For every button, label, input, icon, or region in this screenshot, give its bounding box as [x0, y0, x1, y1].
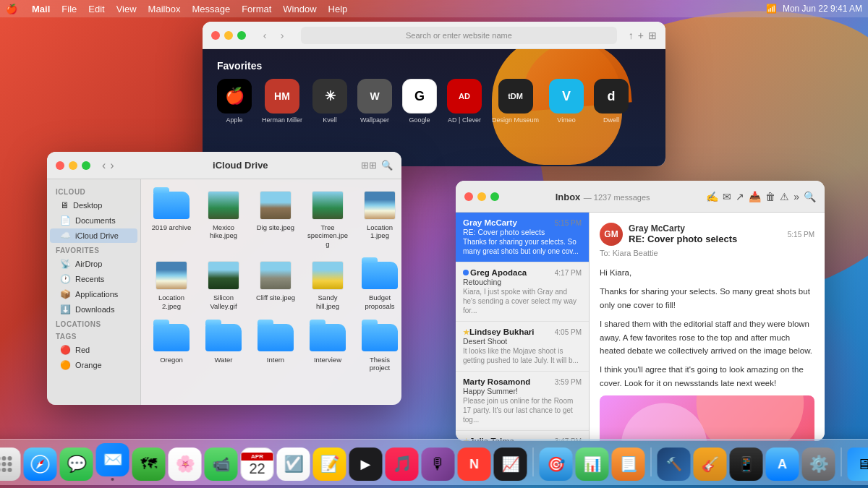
finder-item-thesis-project[interactable]: Thesis project: [357, 319, 401, 375]
menubar-edit[interactable]: Edit: [88, 4, 104, 14]
mail-reply-icon[interactable]: ✉: [723, 191, 731, 202]
menubar-app[interactable]: Mail: [32, 4, 50, 14]
mail-minimize-button[interactable]: [477, 192, 486, 201]
dock-xcode[interactable]: 🔨: [658, 448, 691, 481]
safari-newtab-icon[interactable]: +: [638, 30, 644, 41]
dock-desktop-folder[interactable]: 🖥: [848, 448, 869, 481]
safari-fav-designmuseum[interactable]: tDM Design Museum: [492, 79, 539, 124]
dock-news[interactable]: N: [458, 448, 491, 481]
finder-close-button[interactable]: [56, 161, 64, 170]
mail-item-lindsey-bukhari[interactable]: ★Lindsey Bukhari 4:05 PM Desert Shoot It…: [456, 322, 589, 372]
sidebar-item-recents[interactable]: 🕐 Recents: [50, 272, 137, 286]
dock-keynote[interactable]: 🎯: [540, 448, 573, 481]
finder-item-dig-site[interactable]: Dig site.jpeg: [252, 187, 299, 251]
dock-music[interactable]: 🎵: [386, 448, 419, 481]
dock-safari[interactable]: [24, 448, 57, 481]
finder-back-button[interactable]: ‹: [102, 159, 106, 172]
safari-fav-adclever[interactable]: AD AD | Clever: [447, 79, 482, 124]
dock-simulator[interactable]: 📱: [730, 448, 763, 481]
sidebar-item-documents[interactable]: 📄 Documents: [50, 213, 137, 228]
finder-item-oregon[interactable]: Oregon: [148, 319, 195, 375]
safari-minimize-button[interactable]: [224, 31, 233, 40]
menubar-help[interactable]: Help: [328, 4, 348, 14]
finder-item-cliff-site[interactable]: Cliff site.jpeg: [252, 257, 299, 313]
finder-item-2019-archive[interactable]: 2019 archive: [148, 187, 195, 251]
menubar-view[interactable]: View: [116, 4, 137, 14]
menubar-file[interactable]: File: [61, 4, 77, 14]
safari-close-button[interactable]: [211, 31, 220, 40]
sidebar-item-airdrop[interactable]: 📡 AirDrop: [50, 257, 137, 271]
dock-appstore[interactable]: A: [766, 448, 799, 481]
safari-fav-vimeo[interactable]: V Vimeo: [549, 79, 584, 124]
dock-photos[interactable]: 🌸: [169, 448, 202, 481]
mail-trash-icon[interactable]: 🗑: [765, 191, 775, 202]
safari-forward-button[interactable]: ›: [275, 28, 289, 43]
finder-item-water[interactable]: Water: [200, 319, 247, 375]
dock-calendar[interactable]: APR 22: [241, 448, 274, 481]
sidebar-item-desktop[interactable]: 🖥 Desktop: [50, 198, 137, 213]
mail-item-marty-rosamond[interactable]: Marty Rosamond 3:59 PM Happy Summer! Ple…: [456, 372, 589, 431]
finder-maximize-button[interactable]: [82, 161, 90, 170]
safari-maximize-button[interactable]: [237, 31, 246, 40]
finder-item-budget-proposals[interactable]: Budget proposals: [357, 257, 401, 313]
finder-item-intern[interactable]: Intern: [252, 319, 299, 375]
dock-maps[interactable]: 🗺: [132, 448, 166, 481]
dock-facetime[interactable]: 📹: [205, 448, 238, 481]
safari-fav-kvell[interactable]: ✳ Kvell: [312, 79, 347, 124]
finder-minimize-button[interactable]: [69, 161, 77, 170]
sidebar-item-orange-tag[interactable]: 🟠 Orange: [50, 358, 137, 372]
safari-fav-apple[interactable]: 🍎 Apple: [217, 79, 252, 124]
dock-stocks[interactable]: 📈: [494, 448, 527, 481]
mail-item-greg-apodaca[interactable]: Greg Apodaca 4:17 PM Retouching Kiara, I…: [456, 262, 589, 322]
mail-item-gray-mccarty[interactable]: Gray McCarty 5:15 PM RE: Cover photo sel…: [456, 213, 589, 262]
mail-compose-icon[interactable]: ✍: [706, 191, 718, 202]
dock-notes[interactable]: 📝: [313, 448, 346, 481]
finder-forward-button[interactable]: ›: [110, 159, 114, 172]
sidebar-item-downloads[interactable]: ⬇️ Downloads: [50, 302, 137, 317]
mail-archive-icon[interactable]: 📥: [749, 191, 761, 202]
sidebar-item-applications[interactable]: 📦 Applications: [50, 287, 137, 301]
safari-back-button[interactable]: ‹: [258, 28, 272, 43]
dock-launchpad[interactable]: [0, 448, 21, 481]
dock-appletv-icon: ▶: [349, 448, 383, 481]
safari-sidebar-icon[interactable]: ⊞: [648, 30, 657, 41]
menubar-format[interactable]: Format: [242, 4, 271, 14]
sidebar-item-red-tag[interactable]: 🔴 Red: [50, 343, 137, 357]
safari-share-icon[interactable]: ↑: [629, 30, 634, 41]
mail-close-button[interactable]: [464, 192, 473, 201]
safari-fav-hermanmiller[interactable]: HM Herman Miller: [262, 79, 302, 124]
safari-fav-google[interactable]: G Google: [402, 79, 437, 124]
dock-preferences[interactable]: ⚙️: [802, 448, 835, 481]
finder-item-sandy-hill[interactable]: Sandy hill.jpeg: [305, 257, 351, 313]
dock-instruments[interactable]: 🎸: [694, 448, 727, 481]
safari-addressbar[interactable]: Search or enter website name: [301, 27, 617, 44]
finder-search-icon[interactable]: 🔍: [381, 160, 393, 171]
dock-appletv[interactable]: ▶: [349, 448, 383, 481]
dock-mail[interactable]: ✉️: [96, 443, 129, 481]
finder-item-interview[interactable]: Interview: [305, 319, 351, 375]
dock-pages[interactable]: 📃: [612, 448, 645, 481]
mail-maximize-button[interactable]: [490, 192, 499, 201]
sidebar-item-icloud-drive[interactable]: ☁️ iCloud Drive: [50, 228, 137, 243]
finder-item-tree-specimen[interactable]: Tree specimen.jpeg: [305, 187, 351, 251]
apple-menu[interactable]: 🍎: [6, 4, 17, 14]
finder-item-silicon-valley[interactable]: Silicon Valley.gif: [200, 257, 247, 313]
menubar-message[interactable]: Message: [192, 4, 230, 14]
finder-item-location2[interactable]: Location 2.jpeg: [148, 257, 195, 313]
menubar-mailbox[interactable]: Mailbox: [148, 4, 181, 14]
finder-item-mexico-hike[interactable]: Mexico hike.jpeg: [200, 187, 247, 251]
finder-item-location1[interactable]: Location 1.jpeg: [357, 187, 401, 251]
mail-search-icon[interactable]: 🔍: [804, 191, 816, 202]
mail-forward-icon[interactable]: ↗: [736, 191, 744, 202]
dock-reminders[interactable]: ☑️: [277, 448, 310, 481]
menubar: 🍎 Mail File Edit View Mailbox Message Fo…: [0, 0, 868, 17]
mail-more-icon[interactable]: »: [793, 191, 799, 202]
safari-fav-dwell[interactable]: d Dwell: [594, 79, 629, 124]
mail-junk-icon[interactable]: ⚠: [780, 191, 789, 202]
menubar-window[interactable]: Window: [283, 4, 316, 14]
dock-podcasts[interactable]: 🎙: [422, 448, 455, 481]
safari-fav-wallpaper[interactable]: W Wallpaper: [357, 79, 392, 124]
dock-messages[interactable]: 💬: [60, 448, 93, 481]
dock-numbers[interactable]: 📊: [576, 448, 609, 481]
finder-grid-icon[interactable]: ⊞⊞: [361, 160, 377, 171]
